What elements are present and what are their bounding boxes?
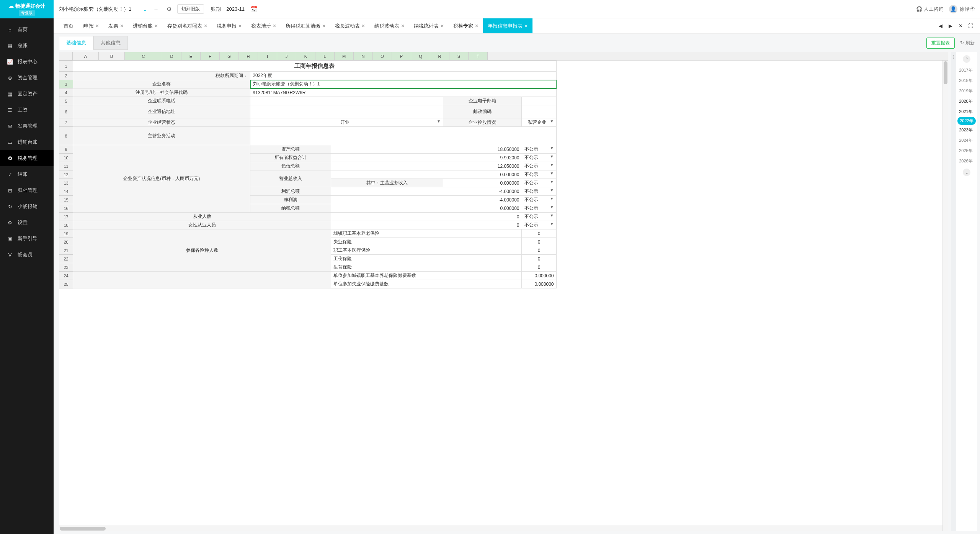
tab-税务申报[interactable]: 税务申报✕ (212, 18, 247, 33)
year-2021年[interactable]: 2021年 (957, 106, 975, 117)
dropdown-cell[interactable]: 不公示▼ (522, 204, 556, 213)
grid-body[interactable]: 1工商年报信息表2税款所属期间：2022年度3企业名称刘小艳演示账套（勿删勿动！… (59, 61, 942, 526)
col-header-H[interactable]: H (239, 52, 258, 60)
dropdown-cell[interactable]: 不公示▼ (522, 145, 556, 154)
col-header-M[interactable]: M (335, 52, 354, 60)
col-header-N[interactable]: N (354, 52, 373, 60)
col-header-O[interactable]: O (373, 52, 392, 60)
collapse-year-panel-icon[interactable]: ⟩ (951, 52, 956, 531)
sidebar-item-新手引导[interactable]: ▣新手引导 (0, 231, 54, 247)
tab-税检专家[interactable]: 税检专家✕ (449, 18, 483, 33)
row-header-17[interactable]: 17 (59, 213, 73, 221)
fin-value[interactable]: 9.992000 (331, 154, 522, 162)
sidebar-item-首页[interactable]: ⌂首页 (0, 21, 54, 38)
tab-税表清册[interactable]: 税表清册✕ (247, 18, 281, 33)
row-header-4[interactable]: 4 (59, 88, 73, 97)
tab-i申报[interactable]: i申报✕ (78, 18, 104, 33)
insurance-value[interactable]: 0 (522, 263, 556, 272)
dropdown-cell[interactable]: 不公示▼ (522, 221, 556, 229)
close-icon[interactable]: ✕ (322, 23, 326, 29)
row-header-1[interactable]: 1 (59, 61, 73, 72)
col-header-F[interactable]: F (201, 52, 220, 60)
refresh-button[interactable]: ↻ 刷新 (960, 40, 975, 46)
year-2026年[interactable]: 2026年 (957, 156, 975, 166)
col-header-C[interactable]: C (125, 52, 162, 60)
row-header-12[interactable]: 12 (59, 170, 73, 179)
tab-close-all-icon[interactable]: ✕ (956, 22, 965, 30)
row-header-23[interactable]: 23 (59, 263, 73, 272)
close-icon[interactable]: ✕ (154, 23, 158, 29)
col-header-K[interactable]: K (296, 52, 315, 60)
vertical-scrollbar[interactable] (942, 61, 948, 531)
sidebar-item-固定资产[interactable]: ▦固定资产 (0, 86, 54, 102)
close-icon[interactable]: ✕ (401, 23, 405, 29)
phone-input[interactable] (250, 97, 443, 105)
sidebar-item-畅会员[interactable]: V畅会员 (0, 247, 54, 263)
year-2019年[interactable]: 2019年 (957, 86, 975, 96)
year-up-icon[interactable]: ⌃ (963, 55, 970, 63)
sidebar-item-总账[interactable]: ▤总账 (0, 38, 54, 54)
horizontal-scrollbar[interactable] (59, 526, 942, 531)
fin-value[interactable]: 12.050000 (331, 162, 522, 170)
col-header-B[interactable]: B (99, 52, 125, 60)
sidebar-item-工资[interactable]: ☰工资 (0, 102, 54, 118)
close-icon[interactable]: ✕ (440, 23, 444, 29)
col-header-I[interactable]: I (258, 52, 277, 60)
base-row-value[interactable]: 0.000000 (522, 280, 556, 288)
sidebar-item-小畅报销[interactable]: ↻小畅报销 (0, 198, 54, 215)
close-icon[interactable]: ✕ (120, 23, 124, 29)
user-menu[interactable]: 👤 徐泽华 (949, 5, 975, 13)
main-biz-input[interactable] (250, 127, 556, 145)
dropdown-cell[interactable]: 不公示▼ (522, 170, 556, 179)
row-header-7[interactable]: 7 (59, 118, 73, 127)
row-header-19[interactable]: 19 (59, 229, 73, 238)
tab-年报信息申报表[interactable]: 年报信息申报表✕ (483, 18, 532, 33)
sidebar-item-结账[interactable]: ✓结账 (0, 166, 54, 182)
dropdown-cell[interactable]: 不公示▼ (522, 154, 556, 162)
dropdown-cell[interactable]: 不公示▼ (522, 179, 556, 187)
year-2024年[interactable]: 2024年 (957, 135, 975, 146)
row-header-25[interactable]: 25 (59, 280, 73, 288)
fin-value[interactable]: 18.050000 (331, 145, 522, 154)
close-icon[interactable]: ✕ (361, 23, 365, 29)
zip-input[interactable] (522, 105, 556, 118)
tab-纳税统计表[interactable]: 纳税统计表✕ (409, 18, 449, 33)
tab-进销台账[interactable]: 进销台账✕ (128, 18, 163, 33)
row-header-9[interactable]: 9 (59, 145, 73, 154)
sidebar-item-设置[interactable]: ⚙设置 (0, 215, 54, 231)
insurance-value[interactable]: 0 (522, 229, 556, 238)
row-header-20[interactable]: 20 (59, 238, 73, 246)
col-header-S[interactable]: S (449, 52, 469, 60)
row-header-13[interactable]: 13 (59, 179, 73, 187)
reg-code-value[interactable]: 91320811MA7NGR2W6R (250, 88, 556, 97)
row-header-8[interactable]: 8 (59, 127, 73, 145)
status-select[interactable]: 开业▼ (250, 118, 443, 127)
col-header-L[interactable]: L (315, 52, 335, 60)
gear-icon[interactable]: ⚙ (164, 5, 173, 14)
row-header-11[interactable]: 11 (59, 162, 73, 170)
sidebar-item-税务管理[interactable]: ✪税务管理 (0, 150, 54, 166)
year-2017年[interactable]: 2017年 (957, 65, 975, 75)
email-input[interactable] (522, 97, 556, 105)
tab-prev-icon[interactable]: ◀ (936, 22, 945, 30)
plus-icon[interactable]: ＋ (151, 5, 160, 14)
col-header-J[interactable]: J (277, 52, 296, 60)
close-icon[interactable]: ✕ (273, 23, 276, 29)
sidebar-item-资金管理[interactable]: ⊛资金管理 (0, 70, 54, 86)
col-header-E[interactable]: E (181, 52, 201, 60)
fin-value[interactable]: 0.000000 (331, 170, 522, 179)
insurance-value[interactable]: 0 (522, 246, 556, 255)
col-header-R[interactable]: R (430, 52, 449, 60)
row-header-14[interactable]: 14 (59, 187, 73, 196)
year-2025年[interactable]: 2025年 (957, 146, 975, 156)
row-header-6[interactable]: 6 (59, 105, 73, 118)
year-2022年[interactable]: 2022年 (957, 117, 975, 125)
col-header-Q[interactable]: Q (411, 52, 430, 60)
row-header-22[interactable]: 22 (59, 255, 73, 263)
close-icon[interactable]: ✕ (238, 23, 242, 29)
row-header-21[interactable]: 21 (59, 246, 73, 255)
fin-sub-value[interactable]: 0.000000 (443, 179, 522, 187)
dropdown-cell[interactable]: 不公示▼ (522, 187, 556, 196)
reset-report-button[interactable]: 重置报表 (926, 38, 955, 49)
fullscreen-icon[interactable]: ⛶ (966, 22, 975, 30)
